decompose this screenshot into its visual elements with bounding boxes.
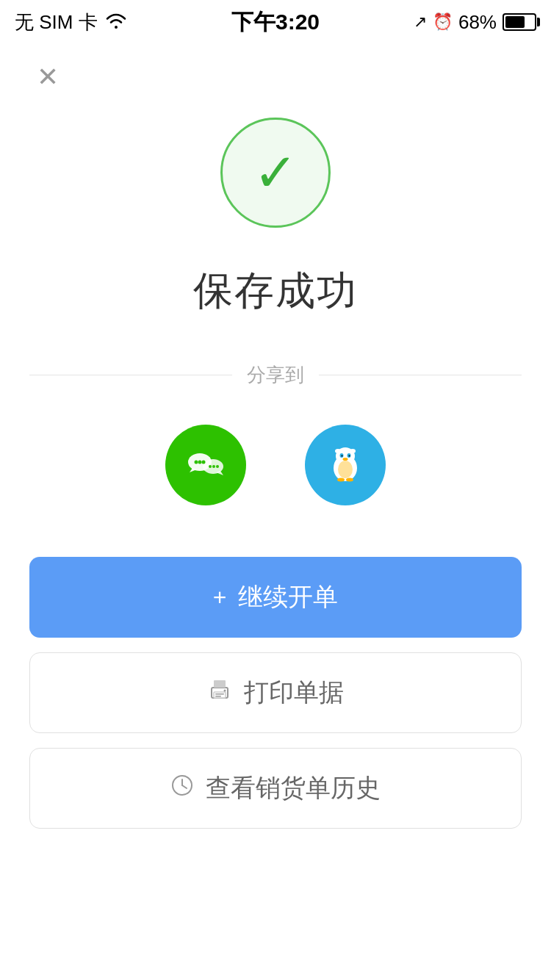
clock-icon xyxy=(170,774,194,803)
svg-rect-26 xyxy=(215,696,221,697)
svg-point-19 xyxy=(346,478,353,481)
battery-percent: 68% xyxy=(458,11,497,34)
svg-rect-24 xyxy=(214,692,226,698)
divider-line-right xyxy=(319,375,522,375)
continue-order-label: 继续开单 xyxy=(238,580,338,614)
share-divider: 分享到 xyxy=(29,362,522,388)
plus-icon: + xyxy=(213,584,227,611)
svg-point-16 xyxy=(342,458,347,461)
svg-point-15 xyxy=(348,455,350,456)
svg-point-5 xyxy=(209,465,212,468)
svg-point-14 xyxy=(341,455,342,456)
print-receipt-label: 打印单据 xyxy=(244,676,344,710)
location-icon: ↗ xyxy=(414,12,427,32)
svg-point-7 xyxy=(216,465,219,468)
close-button[interactable]: ✕ xyxy=(29,59,66,96)
battery-icon xyxy=(503,13,536,31)
svg-point-17 xyxy=(338,461,353,478)
svg-point-4 xyxy=(201,460,205,464)
share-label: 分享到 xyxy=(247,362,304,388)
svg-point-2 xyxy=(194,460,198,464)
status-bar-right: ↗ ⏰ 68% xyxy=(414,11,536,34)
svg-point-20 xyxy=(335,449,341,453)
svg-point-27 xyxy=(224,690,226,692)
success-title: 保存成功 xyxy=(193,264,358,318)
status-bar-left: 无 SIM 卡 xyxy=(15,10,127,35)
share-qq-button[interactable] xyxy=(305,425,386,505)
no-sim-text: 无 SIM 卡 xyxy=(15,10,98,35)
svg-point-3 xyxy=(198,460,201,464)
action-buttons: + 继续开单 打印单据 xyxy=(29,557,522,829)
wechat-icon xyxy=(182,442,230,489)
checkmark-icon: ✓ xyxy=(253,146,298,199)
share-wechat-button[interactable] xyxy=(165,425,246,505)
divider-line-left xyxy=(29,375,232,375)
status-bar: 无 SIM 卡 下午3:20 ↗ ⏰ 68% xyxy=(0,0,551,44)
svg-line-30 xyxy=(182,785,187,788)
main-content: ✕ ✓ 保存成功 分享到 xyxy=(0,44,551,843)
svg-rect-23 xyxy=(214,680,226,688)
qq-icon xyxy=(322,442,370,489)
share-icons-container xyxy=(165,425,386,505)
wifi-icon xyxy=(105,11,127,34)
printer-icon xyxy=(207,677,232,708)
svg-rect-25 xyxy=(215,693,224,695)
alarm-icon: ⏰ xyxy=(433,12,453,32)
svg-point-18 xyxy=(337,478,345,481)
continue-order-button[interactable]: + 继续开单 xyxy=(29,557,522,638)
success-circle: ✓ xyxy=(220,118,331,228)
status-bar-time: 下午3:20 xyxy=(231,7,320,37)
print-receipt-button[interactable]: 打印单据 xyxy=(29,652,522,733)
view-history-label: 查看销货单历史 xyxy=(206,771,381,805)
svg-point-21 xyxy=(350,449,356,453)
close-icon: ✕ xyxy=(37,64,59,90)
svg-point-6 xyxy=(212,465,215,468)
view-history-button[interactable]: 查看销货单历史 xyxy=(29,748,522,829)
